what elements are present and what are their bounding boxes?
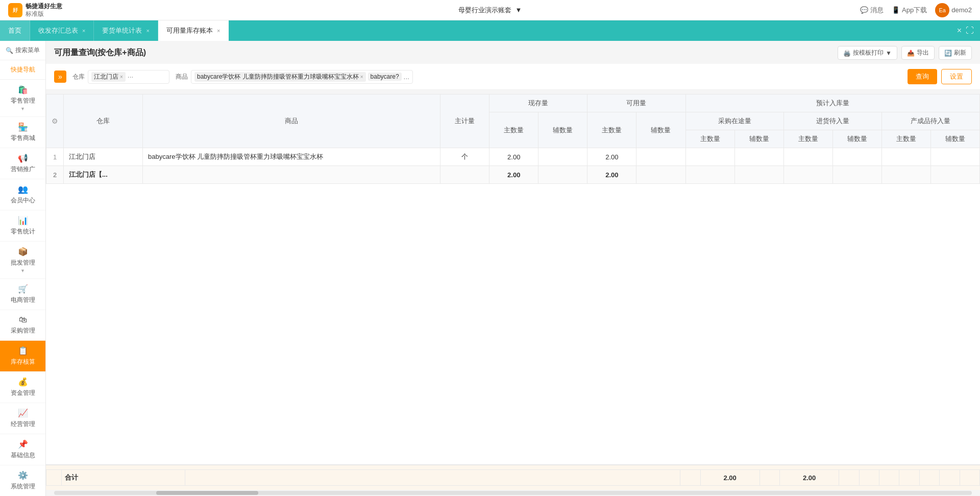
chevron-print-icon: ▼ [886,50,892,57]
th-product: 商品 [143,95,440,148]
sidebar-item-finance-mgmt[interactable]: 💰 资金管理 [0,372,45,403]
sidebar-item-ecommerce-mgmt[interactable]: 🛒 电商管理 [0,279,45,310]
warehouse-tag-1: 江北门店 × [91,72,126,82]
username-label: demo2 [951,6,972,14]
template-print-label: 按模板打印 [853,49,884,57]
sidebar-item-system-mgmt[interactable]: ⚙️ 系统管理 [0,465,45,496]
sidebar-item-purchase-mgmt[interactable]: 🛍 采购管理 [0,310,45,341]
tab-order-stats-close[interactable]: × [146,28,149,34]
tab-home[interactable]: 首页 [0,20,30,41]
summary-cell-empty1 [46,470,62,486]
marketing-icon: 📢 [18,153,28,163]
page-actions: 🖨️ 按模板打印 ▼ 📤 导出 🔄 刷新 [838,46,972,60]
page-title: 可用量查询(按仓库+商品) [54,48,146,58]
summary-incoming-aux [919,470,939,486]
template-print-button[interactable]: 🖨️ 按模板打印 ▼ [838,46,897,60]
sidebar-item-retail-mall[interactable]: 🏪 零售商城 [0,117,45,148]
scrollbar-thumb[interactable] [156,491,258,495]
warehouse-filter: 仓库 江北门店 × ··· [72,70,169,84]
search-icon: 🔍 [6,47,13,54]
tab-receipt-summary-label: 收发存汇总表 [38,26,78,35]
table-summary-row: 合计 2.00 2.00 [46,464,980,490]
system-mgmt-icon: ⚙️ [18,470,28,480]
cell-incoming-main-1 [783,148,832,166]
cell-stock-aux-1 [538,148,587,166]
inventory-check-icon: 📋 [18,346,28,356]
industry-selector[interactable]: 母婴行业演示账套 ▼ [458,6,522,15]
product-tag-container[interactable]: babycare学饮杯 儿童防摔防撞吸管杯重力球吸嘴杯宝宝水杯 × babyca… [191,70,413,84]
summary-available-aux [839,470,859,486]
cell-unit-1: 个 [440,148,489,166]
tab-order-stats[interactable]: 要货单统计表 × [94,20,158,41]
query-button[interactable]: 查询 [908,69,937,84]
warehouse-tag-1-close[interactable]: × [120,74,123,80]
retail-stats-label: 零售统计 [11,227,35,236]
product-tag-2-text: babycare? [371,73,399,80]
settings-button[interactable]: 设置 [941,69,972,84]
app-download-button[interactable]: 📱 App下载 [892,6,927,15]
tab-available-stock[interactable]: 可用量库存账本 × [158,20,229,41]
tab-available-stock-close[interactable]: × [217,28,220,34]
th-incoming-main: 主数量 [783,130,832,148]
th-stock-aux: 辅数量 [538,112,587,148]
th-available-main: 主数量 [587,112,636,148]
sidebar-item-marketing[interactable]: 📢 营销推广 [0,148,45,179]
sidebar-item-wholesale-mgmt[interactable]: 📦 批发管理 ▼ [0,242,45,279]
summary-table-row: 合计 2.00 2.00 [46,470,980,486]
cell-production-main-1 [881,148,930,166]
th-production-group: 产成品待入量 [881,112,979,130]
sidebar-item-inventory-check[interactable]: 📋 库存核算 [0,341,45,372]
export-button[interactable]: 📤 导出 [901,46,935,60]
product-more-dots[interactable]: ... [404,73,410,81]
member-center-icon: 👥 [18,184,28,194]
table-container: ⚙ 仓库 商品 主计量 现存量 [46,94,980,464]
tab-fullscreen-button[interactable]: ⛶ [966,26,974,35]
cell-production-aux-1 [930,148,979,166]
wholesale-mgmt-label: 批发管理 [11,258,35,267]
summary-purchase-in-aux [879,470,899,486]
sidebar-item-operations-mgmt[interactable]: 📈 经营管理 [0,403,45,434]
finance-mgmt-label: 资金管理 [11,389,35,397]
member-center-label: 会员中心 [11,196,35,205]
user-profile[interactable]: Ea demo2 [935,3,972,17]
cell-purchase-in-main-2 [685,166,734,184]
expand-filter-button[interactable]: » [54,70,66,83]
search-menu-button[interactable]: 🔍 搜索菜单 [4,46,41,55]
cell-stock-main-2: 2.00 [489,166,538,184]
cell-unit-2 [440,166,489,184]
refresh-button[interactable]: 🔄 刷新 [939,46,972,60]
quick-nav-button[interactable]: 快捷导航 [0,62,45,77]
tab-receipt-summary-close[interactable]: × [82,28,85,34]
sidebar-item-retail-mgmt[interactable]: 🛍️ 零售管理 ▼ [0,80,45,117]
quick-nav-label: 快捷导航 [11,66,35,73]
logo-text: 畅捷通好生意 标准版 [26,3,62,17]
column-settings-icon[interactable]: ⚙ [52,117,58,125]
filter-actions: 查询 设置 [908,69,972,84]
ecommerce-mgmt-icon: 🛒 [18,284,28,294]
cell-available-main-2: 2.00 [587,166,636,184]
finance-mgmt-icon: 💰 [18,377,28,387]
tab-close-all-button[interactable]: × [957,26,962,35]
summary-purchase-in-main [859,470,879,486]
message-button[interactable]: 💬 消息 [860,6,884,15]
product-tag-1-text: babycare学饮杯 儿童防摔防撞吸管杯重力球吸嘴杯宝宝水杯 [197,73,359,81]
sidebar-item-basic-info[interactable]: 📌 基础信息 [0,434,45,465]
warehouse-more-dots[interactable]: ··· [128,73,134,81]
sidebar-item-member-center[interactable]: 👥 会员中心 [0,179,45,210]
warehouse-tag-container[interactable]: 江北门店 × ··· [88,70,169,84]
product-tag-1-close[interactable]: × [360,74,363,80]
top-bar: 好 畅捷通好生意 标准版 母婴行业演示账套 ▼ 💬 消息 📱 App下载 Ea … [0,0,980,20]
summary-available-main: 2.00 [780,470,839,486]
th-stock-main: 主数量 [489,112,538,148]
download-label: App下载 [902,6,927,15]
cell-warehouse-2: 江北门店【... [64,166,143,184]
sidebar-item-retail-stats[interactable]: 📊 零售统计 [0,210,45,242]
cell-production-main-2 [881,166,930,184]
th-expected-group: 预计入库量 [685,95,980,112]
tab-receipt-summary[interactable]: 收发存汇总表 × [30,20,94,41]
top-bar-left: 好 畅捷通好生意 标准版 [8,3,62,17]
cell-num-1: 1 [46,148,64,166]
horizontal-scrollbar[interactable] [46,490,980,496]
retail-mall-icon: 🏪 [18,122,28,132]
export-icon: 📤 [907,50,915,57]
